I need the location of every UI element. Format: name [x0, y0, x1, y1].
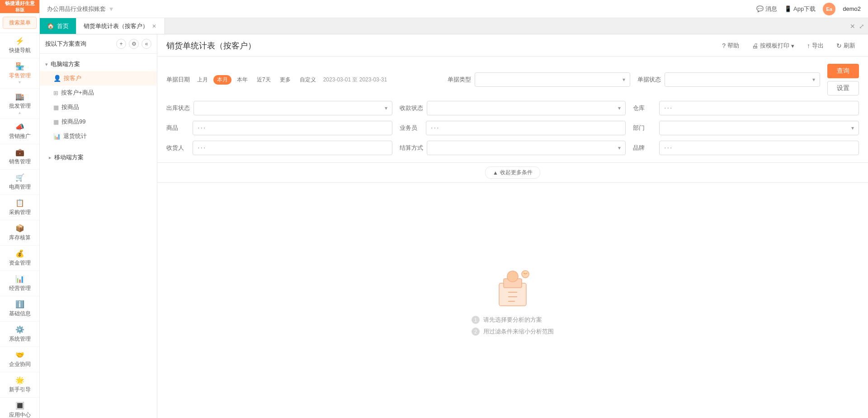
- scheme-return-stat[interactable]: 📊 退货统计: [40, 129, 157, 143]
- right-panel: 销货单统计表（按客户） ? 帮助 🖨 按模板打印 ▾ ↑ 导出: [157, 34, 868, 418]
- dropdown-icon[interactable]: ▾: [109, 5, 113, 13]
- recipient-label: 收货人: [166, 144, 189, 152]
- settings-scheme-button[interactable]: ⚙: [129, 39, 139, 49]
- app-download-button[interactable]: 📱 App下载: [784, 5, 816, 13]
- goods-input[interactable]: ···: [193, 121, 392, 135]
- desktop-section: ▾ 电脑端方案 👤 按客户 ⊞ 按客户+商品 ▦ 按商品 ▦ 按商品99: [40, 54, 157, 147]
- sidebar-item-basic[interactable]: ℹ️ 基础信息: [0, 296, 39, 322]
- sidebar-item-label: 零售管理: [9, 72, 31, 80]
- order-status-filter: 单据状态: [637, 72, 820, 87]
- order-status-chevron-icon: [812, 76, 815, 83]
- recipient-dots: ···: [198, 144, 206, 152]
- sidebar-item-app-center[interactable]: 🔳 应用中心: [0, 398, 39, 418]
- staff-input[interactable]: ···: [426, 121, 626, 135]
- sidebar-item-retail[interactable]: 🏪 零售管理 ▾: [0, 58, 39, 89]
- collapse-icon: «: [145, 41, 148, 47]
- scheme-by-customer-goods[interactable]: ⊞ 按客户+商品: [40, 86, 157, 100]
- date-shortcut-this-month[interactable]: 本月: [213, 75, 231, 85]
- export-icon: ↑: [807, 42, 810, 49]
- print-button[interactable]: 🖨 按模板打印 ▾: [748, 40, 798, 52]
- settings-button[interactable]: 设置: [827, 81, 859, 95]
- collapse-button[interactable]: ▲ 收起更多条件: [485, 166, 540, 179]
- date-shortcut-custom[interactable]: 自定义: [296, 75, 320, 85]
- date-shortcut-7days[interactable]: 近7天: [253, 75, 274, 85]
- scheme-by-customer[interactable]: 👤 按客户: [40, 71, 157, 86]
- tab-home[interactable]: 🏠 首页: [40, 18, 76, 34]
- order-type-input[interactable]: [475, 72, 630, 87]
- message-button[interactable]: 💬 消息: [756, 5, 777, 13]
- refresh-button[interactable]: ↻ 刷新: [833, 40, 859, 52]
- recipient-input[interactable]: ···: [193, 141, 392, 155]
- add-scheme-button[interactable]: +: [116, 39, 126, 49]
- breadcrumb: 办公用品行业模拟账套: [47, 5, 106, 13]
- warehouse-input[interactable]: ···: [659, 101, 859, 115]
- enterprise-icon: 🤝: [15, 351, 24, 359]
- date-shortcut-this-year[interactable]: 本年: [233, 75, 251, 85]
- filter-row-2: 出库状态 收款状态 仓库: [166, 101, 859, 115]
- retail-icon: 🏪: [15, 62, 24, 71]
- dept-filter: 部门: [633, 121, 859, 135]
- dept-label: 部门: [633, 124, 656, 132]
- sidebar-item-wholesale[interactable]: 🏬 批发管理 ▴: [0, 89, 39, 119]
- top-header: 办公用品行业模拟账套 ▾ 💬 消息 📱 App下载 Ea demo2: [40, 0, 868, 18]
- sidebar-item-marketing[interactable]: 📣 营销推广: [0, 119, 39, 144]
- scheme-label: 按客户: [64, 74, 81, 82]
- desktop-section-header[interactable]: ▾ 电脑端方案: [40, 57, 157, 71]
- sidebar-item-label: 库存核算: [9, 234, 31, 242]
- search-menu-button[interactable]: 搜索菜单: [3, 17, 37, 29]
- receive-status-label: 收款状态: [400, 104, 423, 112]
- scheme-by-goods[interactable]: ▦ 按商品: [40, 100, 157, 114]
- date-shortcut-last-month[interactable]: 上月: [193, 75, 212, 85]
- svg-point-2: [507, 271, 518, 282]
- page-header: 销货单统计表（按客户） ? 帮助 🖨 按模板打印 ▾ ↑ 导出: [157, 34, 868, 57]
- tab-expand-icon[interactable]: ⤢: [859, 23, 864, 30]
- payment-input[interactable]: [427, 141, 626, 155]
- sidebar-item-quick-nav[interactable]: ⚡ 快捷导航: [0, 33, 39, 58]
- sidebar-item-finance[interactable]: 💰 资金管理: [0, 246, 39, 271]
- scheme-label: 按商品: [61, 103, 79, 111]
- filter-row-4: 收货人 ··· 结算方式 品牌: [166, 141, 859, 155]
- tip-2-text: 用过滤条件来缩小分析范围: [483, 328, 554, 336]
- sidebar-item-enterprise[interactable]: 🤝 企业协同: [0, 347, 39, 372]
- sidebar-item-purchase[interactable]: 📋 采购管理: [0, 195, 39, 220]
- tab-close-all-icon[interactable]: ✕: [850, 23, 855, 30]
- date-shortcut-more[interactable]: 更多: [276, 75, 294, 85]
- avatar[interactable]: Ea: [823, 3, 835, 15]
- collapse-panel-button[interactable]: «: [142, 39, 151, 49]
- dept-input[interactable]: [659, 121, 859, 135]
- out-status-input[interactable]: [193, 101, 392, 115]
- scheme-by-goods99[interactable]: ▦ 按商品99: [40, 114, 157, 129]
- query-button[interactable]: 查询: [827, 64, 859, 78]
- sidebar-search[interactable]: 搜索菜单: [0, 13, 39, 33]
- tab-close-icon[interactable]: ✕: [151, 22, 157, 30]
- tab-sales-stat[interactable]: 销货单统计表（按客户） ✕: [76, 18, 165, 34]
- receive-status-input[interactable]: [427, 101, 626, 115]
- help-button[interactable]: ? 帮助: [718, 40, 743, 52]
- goods-filter: 商品 ···: [166, 121, 392, 135]
- staff-dots: ···: [431, 124, 439, 132]
- print-label: 按模板打印: [760, 42, 789, 50]
- brand-input[interactable]: ···: [659, 141, 859, 155]
- sidebar: 畅捷通好生意 标版 搜索菜单 ⚡ 快捷导航 🏪 零售管理 ▾ 🏬 批发管理 ▴ …: [0, 0, 40, 418]
- goods-icon: ▦: [53, 104, 59, 111]
- sidebar-item-newbie[interactable]: 🌟 新手引导: [0, 372, 39, 398]
- sidebar-item-sales[interactable]: 💼 销售管理: [0, 144, 39, 170]
- order-status-input[interactable]: [665, 72, 820, 87]
- tip-1-number: 1: [472, 316, 480, 324]
- sidebar-item-label: 资金管理: [9, 259, 31, 267]
- sidebar-item-operation[interactable]: 📊 经营管理: [0, 271, 39, 296]
- sidebar-item-inventory[interactable]: 📦 库存核算: [0, 220, 39, 246]
- customer-icon: 👤: [53, 75, 61, 82]
- tip-2-number: 2: [472, 328, 480, 336]
- sidebar-item-ecommerce[interactable]: 🛒 电商管理: [0, 170, 39, 195]
- gear-icon: ⚙: [132, 41, 137, 47]
- print-dropdown-icon: ▾: [791, 43, 794, 49]
- sidebar-item-label: 营销推广: [9, 133, 31, 140]
- warehouse-filter: 仓库 ···: [633, 101, 859, 115]
- mobile-section-header[interactable]: ▸ 移动端方案: [40, 151, 157, 164]
- sales-icon: 💼: [15, 148, 24, 157]
- chevron-down-icon: ▾: [19, 80, 21, 85]
- sidebar-item-system[interactable]: ⚙️ 系统管理: [0, 322, 39, 347]
- empty-tip-1: 1 请先选择要分析的方案: [472, 316, 554, 324]
- export-button[interactable]: ↑ 导出: [803, 40, 827, 52]
